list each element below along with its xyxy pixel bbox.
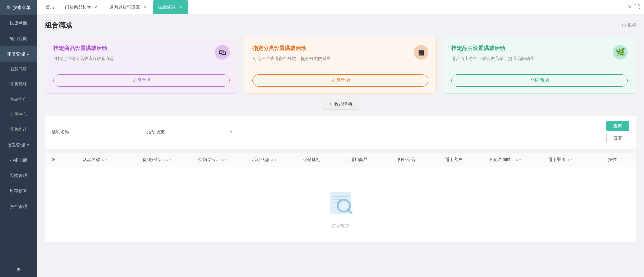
video-link[interactable]: ⊙ 视频 — [622, 22, 636, 29]
chevron-down-icon-wholesale: ▼ — [26, 143, 30, 147]
search-icon: 🔍 — [6, 5, 12, 10]
sidebar-label-project-contract: 项目合同 — [10, 36, 27, 42]
page-title: 组合满减 — [45, 21, 72, 30]
tab-store-catalog[interactable]: 门店商品目录 ✕ — [60, 0, 103, 14]
sidebar-item-member-center[interactable]: 会员中心 — [0, 107, 37, 122]
tab-combo-discount[interactable]: 组合满减 ✕ — [153, 0, 188, 14]
th-rule: 促销规则 — [288, 157, 335, 163]
card-brand: 🌿 指定品牌设置满减活动 适合与上游企业联合做营销，提升品牌销量 立即新增 — [443, 37, 636, 94]
th-start[interactable]: 促销开始... ▲▼ — [129, 157, 185, 163]
sidebar-label-retail-mall: 零售商城 — [10, 81, 27, 87]
page-header: 组合满减 ⊙ 视频 — [45, 21, 636, 30]
sort-icon-end: ▲▼ — [221, 158, 228, 161]
cards-row: 🛍 指定商品设置满减活动 可指定滞销商品或库存较多商品 立即新增 ▦ 指定分类设… — [45, 37, 636, 94]
sidebar: 🔍 搜索菜单 快捷导航 项目合同 零售管理 ▲ 智慧门店 零售商城 营销推广 会… — [0, 0, 37, 277]
tab-combo-discount-label: 组合满减 — [158, 4, 176, 10]
sidebar-label-xiaochang: 小畅电商 — [10, 157, 27, 163]
card-category-title: 指定分类设置满减活动 — [252, 45, 429, 52]
query-button[interactable]: 查询 — [606, 121, 629, 131]
sidebar-item-quick-nav[interactable]: 快捷导航 — [0, 15, 37, 31]
card-brand-title: 指定品牌设置满减活动 — [451, 45, 628, 52]
filter-name-label: 活动名称 — [52, 129, 69, 135]
th-customer-label: 适用客户 — [445, 157, 462, 163]
filter-status-label: 活动状态 — [147, 129, 165, 135]
card-brand-desc: 适合与上游企业联合做营销，提升品牌销量 — [451, 55, 628, 68]
sidebar-item-inventory[interactable]: 库存核算 — [0, 183, 37, 199]
svg-point-6 — [340, 202, 348, 209]
gear-icon: ⚙ — [16, 267, 21, 272]
sidebar-item-project-contract[interactable]: 项目合同 — [0, 31, 37, 46]
sidebar-item-retail-stats[interactable]: 零售统计 — [0, 122, 37, 137]
card-product-btn[interactable]: 立即新增 — [53, 74, 230, 87]
sidebar-item-retail-mall[interactable]: 零售商城 — [0, 77, 37, 92]
sort-icon-channel: ▲▼ — [567, 158, 573, 161]
sort-icon-status: ▲▼ — [271, 158, 277, 161]
sidebar-item-wholesale-mgmt[interactable]: 批发管理 ▼ — [0, 137, 37, 153]
th-end[interactable]: 促销结束... ▲▼ — [185, 157, 241, 163]
th-status-label: 活动状态 — [252, 157, 269, 163]
th-except: 例外商品 — [383, 157, 430, 163]
setting-button[interactable]: 设置 — [606, 133, 629, 143]
th-channel[interactable]: 适用渠道 ▲▼ — [533, 157, 589, 163]
activity-status-select[interactable]: ▾ — [167, 129, 234, 135]
collapse-button[interactable]: ∧ 收起活动 — [322, 99, 359, 110]
svg-rect-1 — [333, 196, 348, 197]
sidebar-label-finance: 资金管理 — [10, 204, 27, 210]
gear-settings-icon: ⚙ — [51, 157, 55, 163]
th-rule-label: 促销规则 — [303, 157, 320, 163]
th-goods: 适用商品 — [335, 157, 383, 163]
tab-home[interactable]: 首页 — [41, 0, 59, 14]
th-action-label: 操作 — [608, 157, 617, 163]
sidebar-label-retail-mgmt: 零售管理 — [7, 51, 25, 57]
th-channel-label: 适用渠道 — [548, 157, 565, 163]
tab-store-catalog-close[interactable]: ✕ — [93, 4, 99, 10]
sort-icon-notallow: ▲▼ — [515, 158, 522, 161]
sort-icon-start: ▲▼ — [165, 158, 172, 161]
sidebar-search-label: 搜索菜单 — [13, 5, 31, 11]
sidebar-label-smart-store: 智慧门店 — [10, 66, 27, 72]
sidebar-item-retail-mgmt[interactable]: 零售管理 ▲ — [0, 46, 37, 62]
sidebar-item-smart-store[interactable]: 智慧门店 — [0, 62, 37, 77]
chevron-down-icon: ▾ — [230, 130, 232, 134]
empty-text: 暂无数据 — [332, 223, 349, 229]
card-product-title: 指定商品设置满减活动 — [53, 45, 230, 52]
sidebar-label-marketing: 营销推广 — [10, 97, 27, 102]
collapse-icon: ∧ — [329, 102, 332, 107]
tab-wechat-settings[interactable]: 微商城店铺设置 ✕ — [105, 0, 152, 14]
card-brand-btn[interactable]: 立即新增 — [451, 74, 628, 87]
th-name[interactable]: 活动名称 ▲▼ — [61, 157, 129, 163]
sidebar-label-quick-nav: 快捷导航 — [10, 20, 27, 26]
sidebar-label-wholesale-mgmt: 批发管理 — [7, 142, 25, 148]
sidebar-search[interactable]: 🔍 搜索菜单 — [0, 0, 37, 15]
empty-illustration — [324, 187, 357, 217]
tab-wechat-settings-close[interactable]: ✕ — [142, 4, 147, 10]
card-category-desc: 可选一个或者多个分类，提升分类的销量 — [252, 55, 429, 68]
sidebar-item-marketing[interactable]: 营销推广 — [0, 92, 37, 107]
filter-activity-status: 活动状态 ▾ — [147, 129, 234, 135]
activity-name-input[interactable] — [72, 129, 139, 135]
content-area: 组合满减 ⊙ 视频 🛍 指定商品设置满减活动 可指定滞销商品或库存较多商品 立即… — [37, 14, 644, 277]
collapse-label: 收起活动 — [334, 101, 352, 107]
sidebar-item-purchase-mgmt[interactable]: 采购管理 — [0, 168, 37, 183]
tab-home-label: 首页 — [46, 4, 54, 10]
th-notallow[interactable]: 不允许同时... ▲▼ — [477, 157, 533, 163]
sidebar-item-finance[interactable]: 资金管理 — [0, 199, 37, 214]
tab-store-catalog-label: 门店商品目录 — [65, 4, 91, 10]
sidebar-label-retail-stats: 零售统计 — [10, 127, 27, 132]
tab-bar-actions: ✕ ⛶ — [628, 4, 640, 10]
card-category-btn[interactable]: 立即新增 — [252, 74, 429, 87]
tab-combo-discount-close[interactable]: ✕ — [178, 4, 183, 10]
th-goods-label: 适用商品 — [350, 157, 368, 163]
sidebar-item-xiaochang[interactable]: 小畅电商 — [0, 153, 37, 168]
card-product-desc: 可指定滞销商品或库存较多商品 — [53, 55, 230, 68]
th-status[interactable]: 活动状态 ▲▼ — [241, 157, 288, 163]
chevron-up-icon: ▲ — [26, 52, 30, 56]
sidebar-settings-btn[interactable]: ⚙ — [0, 262, 37, 277]
fullscreen-icon[interactable]: ⛶ — [635, 4, 640, 10]
th-action: 操作 — [589, 157, 636, 163]
th-gear[interactable]: ⚙ — [45, 157, 61, 163]
th-except-label: 例外商品 — [398, 157, 415, 163]
card-brand-icon: 🌿 — [613, 45, 628, 60]
th-notallow-label: 不允许同时... — [489, 157, 514, 163]
close-window-icon[interactable]: ✕ — [628, 4, 632, 10]
